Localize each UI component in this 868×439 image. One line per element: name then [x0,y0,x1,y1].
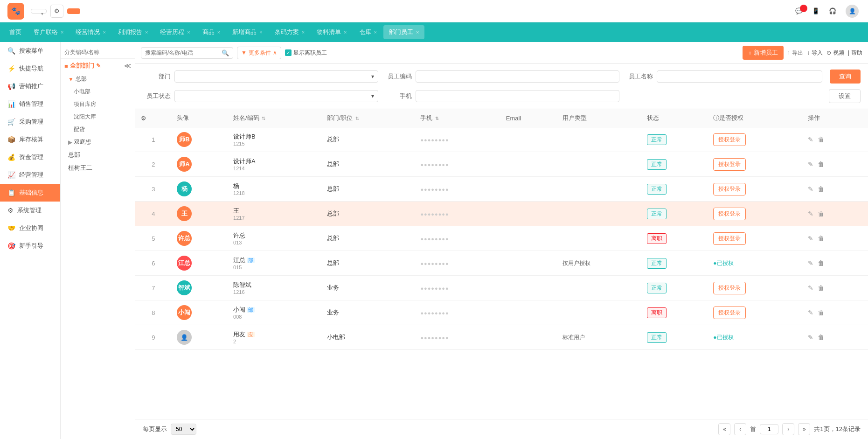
close-icon[interactable]: × [259,29,262,35]
dept-filter-select[interactable]: ▾ [174,70,378,83]
per-page-select[interactable]: 50 100 [171,424,196,435]
system-title[interactable] [31,9,47,14]
auth-button[interactable]: 授权登录 [713,208,746,220]
close-icon[interactable]: × [416,29,419,35]
page-input[interactable] [760,424,778,434]
auth-button[interactable]: 授权登录 [713,282,746,294]
dept-edit-icon[interactable]: ✎ [96,63,101,69]
sidebar-item-collab[interactable]: 🤝 企业协同 [0,219,60,237]
empcode-input[interactable] [416,70,619,83]
next-page-button[interactable]: › [782,423,794,435]
setting-button[interactable]: 设置 [829,89,861,103]
search-icon[interactable]: 🔍 [222,49,229,56]
dept-node-zhishu[interactable]: 植树王二 [61,161,135,174]
auth-button[interactable]: 授权登录 [713,232,746,245]
col-name[interactable]: 姓名/编码 ⇅ [228,109,321,127]
message-button[interactable]: 💬 [795,7,805,14]
trial-button[interactable] [67,8,80,14]
sidebar-item-management[interactable]: 📈 经营管理 [0,166,60,184]
close-icon[interactable]: × [145,29,148,35]
sidebar-item-finance[interactable]: 💰 资金管理 [0,148,60,166]
tab-history[interactable]: 经营历程 × [154,25,195,39]
sidebar-item-marketing[interactable]: 📢 营销推广 [0,77,60,95]
first-page-button[interactable]: « [718,423,730,435]
sidebar-item-basic[interactable]: 📋 基础信息 [0,184,60,202]
tab-barcode[interactable]: 条码方案 × [269,25,310,39]
auth-button[interactable]: 授权登录 [713,183,746,195]
import-button[interactable]: ↓ 导入 [807,49,823,57]
delete-button[interactable]: 🗑 [818,136,824,143]
dept-collapse-icon[interactable]: ≪ [124,62,131,70]
query-button[interactable]: 查询 [830,70,861,84]
col-dept[interactable]: 部门/职位 ⇅ [321,109,415,127]
edit-button[interactable]: ✎ [808,235,813,242]
last-page-button[interactable]: » [798,423,810,435]
close-icon[interactable]: × [61,29,63,35]
delete-button[interactable]: 🗑 [818,309,824,316]
gear-button[interactable]: ⚙ [50,5,63,18]
help-button[interactable]: | 帮助 [848,49,862,57]
show-offline-toggle[interactable]: ✓ 显示离职员工 [285,49,327,57]
tab-warehouse[interactable]: 仓库 × [354,25,382,39]
status-filter-select[interactable]: ▾ [174,90,378,102]
close-icon[interactable]: × [103,29,105,35]
more-filter-button[interactable]: ▼ 更多条件 ∧ [237,47,281,59]
user-menu[interactable]: 👤 [846,5,861,18]
empname-input[interactable] [657,70,822,83]
close-icon[interactable]: × [302,29,305,35]
prev-page-button[interactable]: ‹ [734,423,746,435]
sidebar-item-sales[interactable]: 📊 销售管理 [0,95,60,113]
delete-button[interactable]: 🗑 [818,284,824,292]
auth-button[interactable]: 授权登录 [713,158,746,171]
add-employee-button[interactable]: + 新增员工 [743,46,784,60]
tab-profit[interactable]: 利润报告 × [112,25,153,39]
dept-sub-project[interactable]: 项目库房 [61,98,135,111]
app-download-button[interactable]: 📱 [812,7,821,14]
delete-button[interactable]: 🗑 [818,210,824,217]
export-button[interactable]: ↑ 导出 [787,49,803,57]
sidebar-item-guide[interactable]: 🎯 新手引导 [0,237,60,255]
delete-button[interactable]: 🗑 [818,235,824,242]
edit-button[interactable]: ✎ [808,185,813,193]
search-input[interactable] [145,49,220,56]
close-icon[interactable]: × [344,29,347,35]
close-icon[interactable]: × [187,29,190,35]
view-button[interactable]: ⊙ 视频 [826,49,844,57]
col-phone[interactable]: 手机 ⇅ [415,109,500,127]
dept-node-zongbu[interactable]: 总部 [61,148,135,161]
edit-button[interactable]: ✎ [808,136,813,143]
delete-button[interactable]: 🗑 [818,334,824,341]
edit-button[interactable]: ✎ [808,309,813,316]
auth-button[interactable]: 授权登录 [713,307,746,319]
sidebar-item-inventory[interactable]: 📦 库存核算 [0,131,60,148]
col-settings[interactable]: ⚙ [135,109,171,127]
online-service-button[interactable]: 🎧 [829,7,838,14]
phone-input[interactable] [416,90,619,102]
sidebar-item-search[interactable]: 🔍 搜索菜单 [0,42,60,60]
delete-button[interactable]: 🗑 [818,185,824,193]
dept-search-input[interactable] [64,49,134,56]
sidebar-item-nav[interactable]: ⚡ 快捷导航 [0,60,60,77]
delete-button[interactable]: 🗑 [818,160,824,168]
edit-button[interactable]: ✎ [808,284,813,292]
tab-employees[interactable]: 部门员工 × [383,25,424,39]
tab-goods[interactable]: 商品 × [197,25,226,39]
sidebar-item-system[interactable]: ⚙ 系统管理 [0,202,60,219]
edit-button[interactable]: ✎ [808,259,813,267]
dept-node-headquarters[interactable]: ▼ 总部 [61,73,135,85]
dept-all[interactable]: ■ 全部部门 ✎ ≪ [61,59,135,73]
delete-button[interactable]: 🗑 [818,259,824,267]
sidebar-item-purchase[interactable]: 🛒 采购管理 [0,113,60,131]
close-icon[interactable]: × [374,29,377,35]
close-icon[interactable]: × [217,29,220,35]
tab-home[interactable]: 首页 [4,25,27,39]
dept-sub-shenyang[interactable]: 沈阳大库 [61,111,135,123]
edit-button[interactable]: ✎ [808,160,813,168]
dept-sub-peihuo[interactable]: 配货 [61,123,135,136]
edit-button[interactable]: ✎ [808,334,813,341]
tab-operation[interactable]: 经营情况 × [70,25,111,39]
dept-node-shuangting[interactable]: ▶ 双庭想 [61,136,135,148]
tab-add-goods[interactable]: 新增商品 × [227,25,268,39]
tab-bom[interactable]: 物料清单 × [311,25,352,39]
auth-button[interactable]: 授权登录 [713,133,746,146]
